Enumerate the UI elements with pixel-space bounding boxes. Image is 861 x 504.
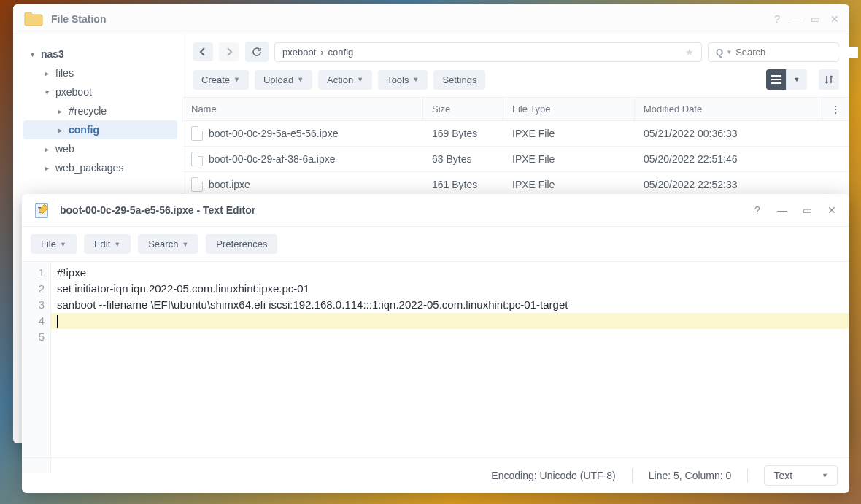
status-sep <box>632 468 633 483</box>
nav-back-button[interactable] <box>193 42 213 61</box>
table-row[interactable]: boot-00-0c-29-5a-e5-56.ipxe 169 Bytes IP… <box>182 121 849 147</box>
te-titlebar: T boot-00-0c-29-5a-e5-56.ipxe - Text Edi… <box>22 194 849 227</box>
line-gutter: 12345 <box>22 262 51 473</box>
te-statusbar: Encoding: Unicode (UTF-8) Line: 5, Colum… <box>22 457 849 493</box>
maximize-icon[interactable]: ▭ <box>811 13 820 25</box>
search-box[interactable]: Q▾ <box>708 42 839 62</box>
table-body: boot-00-0c-29-5a-e5-56.ipxe 169 Bytes IP… <box>182 121 849 198</box>
breadcrumb[interactable]: pxeboot › config ★ <box>274 42 702 62</box>
te-menubar: File▼ Edit▼ Search▼ Preferences <box>22 227 849 261</box>
tree-root[interactable]: ▾nas3 <box>23 44 177 63</box>
tree-item-webpkg[interactable]: ▸web_packages <box>23 158 177 177</box>
help-icon[interactable]: ? <box>774 13 780 25</box>
maximize-icon[interactable]: ▭ <box>801 204 813 216</box>
settings-button[interactable]: Settings <box>433 70 485 90</box>
crumb-part[interactable]: pxeboot <box>282 47 316 58</box>
tree-item-web[interactable]: ▸web <box>23 139 177 158</box>
text-cursor <box>57 315 58 328</box>
refresh-button[interactable] <box>245 42 269 62</box>
col-type[interactable]: File Type <box>503 98 635 120</box>
help-icon[interactable]: ? <box>752 204 763 216</box>
code-line[interactable]: set initiator-iqn iqn.2022-05.com.linuxh… <box>51 281 849 297</box>
code-line[interactable]: sanboot --filename \EFI\ubuntu\shimx64.e… <box>51 297 849 313</box>
text-editor-icon: T <box>34 201 51 219</box>
close-icon[interactable]: ✕ <box>830 13 839 25</box>
fs-titlebar: File Station ? — ▭ ✕ <box>13 4 849 34</box>
star-icon[interactable]: ★ <box>685 47 694 58</box>
status-sep <box>747 468 748 483</box>
col-size[interactable]: Size <box>423 98 503 120</box>
file-icon <box>191 126 203 141</box>
file-icon <box>191 177 203 192</box>
code-line[interactable] <box>51 313 849 329</box>
tree-item-files[interactable]: ▸files <box>23 63 177 82</box>
upload-button[interactable]: Upload▼ <box>255 70 312 90</box>
tools-button[interactable]: Tools▼ <box>378 70 428 90</box>
code-content[interactable]: #!ipxe set initiator-iqn iqn.2022-05.com… <box>51 262 849 473</box>
status-encoding: Encoding: Unicode (UTF-8) <box>491 470 615 481</box>
tree-item-recycle[interactable]: ▸#recycle <box>23 101 177 120</box>
search-icon: Q <box>716 47 723 58</box>
action-button[interactable]: Action▼ <box>318 70 372 90</box>
text-editor-window: T boot-00-0c-29-5a-e5-56.ipxe - Text Edi… <box>22 194 849 493</box>
crumb-part[interactable]: config <box>328 47 354 58</box>
view-list-button[interactable] <box>766 69 787 90</box>
menu-edit[interactable]: Edit▼ <box>84 234 131 254</box>
te-title: boot-00-0c-29-5a-e5-56.ipxe - Text Edito… <box>60 204 255 216</box>
close-icon[interactable]: ✕ <box>826 204 838 216</box>
col-date[interactable]: Modified Date <box>635 98 822 120</box>
view-toggle: ▼ <box>766 69 807 90</box>
minimize-icon[interactable]: — <box>776 204 788 216</box>
file-icon <box>191 152 203 166</box>
fs-title: File Station <box>51 13 106 25</box>
col-menu-icon[interactable]: ⋮ <box>822 98 849 120</box>
table-row[interactable]: boot-00-0c-29-af-38-6a.ipxe 63 Bytes IPX… <box>182 147 849 172</box>
tree-item-config[interactable]: ▸config <box>23 120 177 139</box>
minimize-icon[interactable]: — <box>790 13 800 25</box>
view-dropdown-button[interactable]: ▼ <box>787 69 807 90</box>
col-name[interactable]: Name <box>182 98 423 120</box>
sort-button[interactable] <box>819 69 839 90</box>
menu-file[interactable]: File▼ <box>31 234 77 254</box>
table-header: Name Size File Type Modified Date ⋮ <box>182 97 849 121</box>
menu-search[interactable]: Search▼ <box>138 234 198 254</box>
search-input[interactable] <box>735 47 858 58</box>
crumb-sep: › <box>320 47 323 58</box>
app-folder-icon <box>23 10 44 28</box>
code-line[interactable]: #!ipxe <box>51 265 849 281</box>
language-select[interactable]: Text▼ <box>764 465 838 486</box>
tree-item-pxeboot[interactable]: ▾pxeboot <box>23 82 177 101</box>
nav-forward-button[interactable] <box>219 42 239 61</box>
create-button[interactable]: Create▼ <box>193 70 249 90</box>
menu-preferences[interactable]: Preferences <box>206 234 277 254</box>
status-position: Line: 5, Column: 0 <box>649 470 732 481</box>
editor-area[interactable]: 12345 #!ipxe set initiator-iqn iqn.2022-… <box>22 261 849 473</box>
search-caret-icon: ▾ <box>727 48 731 55</box>
